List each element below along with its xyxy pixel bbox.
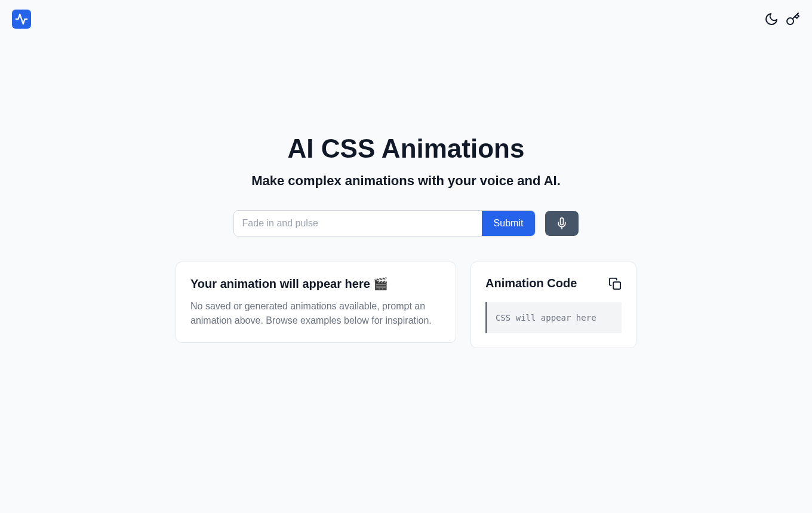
microphone-button[interactable]: [545, 211, 579, 236]
microphone-icon: [556, 217, 568, 229]
copy-icon[interactable]: [608, 277, 622, 290]
svg-rect-1: [613, 282, 620, 289]
preview-card-title: Your animation will appear here 🎬: [190, 277, 441, 291]
page-title: AI CSS Animations: [288, 134, 525, 164]
input-row: Submit: [233, 210, 579, 236]
header: [0, 0, 812, 38]
code-card: Animation Code CSS will appear here: [470, 262, 636, 348]
logo[interactable]: [12, 10, 31, 29]
preview-card-description: No saved or generated animations availab…: [190, 299, 441, 328]
cards-row: Your animation will appear here 🎬 No sav…: [176, 262, 636, 348]
input-group: Submit: [233, 210, 536, 236]
activity-icon: [15, 13, 28, 26]
header-icons: [764, 12, 800, 26]
prompt-input[interactable]: [234, 211, 482, 236]
key-icon[interactable]: [786, 12, 800, 26]
moon-icon[interactable]: [764, 12, 779, 26]
code-block: CSS will appear here: [485, 302, 622, 333]
code-card-title: Animation Code: [485, 277, 577, 290]
submit-button[interactable]: Submit: [482, 211, 536, 236]
code-card-header: Animation Code: [485, 277, 622, 290]
main-content: AI CSS Animations Make complex animation…: [0, 38, 812, 348]
page-subtitle: Make complex animations with your voice …: [251, 173, 561, 189]
preview-card: Your animation will appear here 🎬 No sav…: [176, 262, 456, 343]
